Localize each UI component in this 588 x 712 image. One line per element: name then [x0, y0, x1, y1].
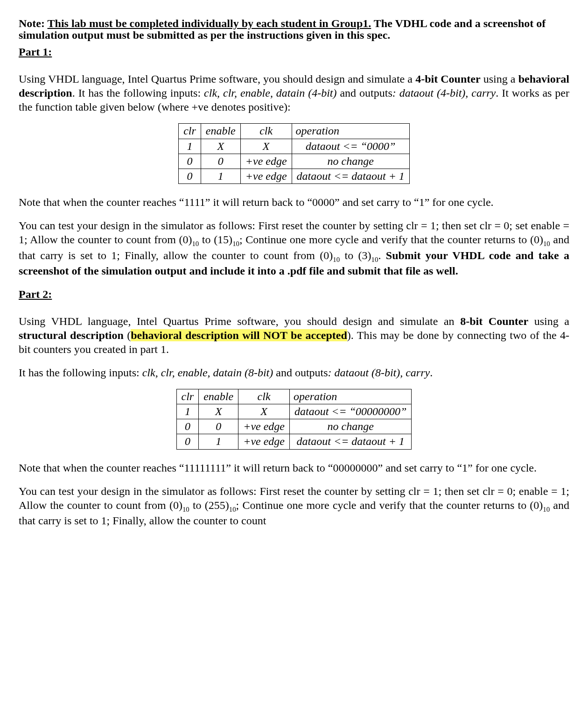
part1-intro-pre: Using VHDL language, Intel Quartus Prime…: [19, 73, 415, 85]
sub: 10: [371, 255, 378, 263]
cell: 1: [201, 169, 240, 183]
note-underlined: This lab must be completed individually …: [48, 17, 371, 29]
cell: X: [199, 404, 238, 419]
part2-heading: Part 2:: [19, 287, 569, 301]
part2-test-instructions: You can test your design in the simulato…: [19, 484, 569, 528]
p2-th-enable: enable: [199, 389, 238, 404]
cell: dataout <= dataout + 1: [290, 434, 412, 449]
part1-intro-mid2: . It has the following inputs:: [72, 87, 204, 99]
part1-intro-mid3: and outputs: [336, 87, 392, 99]
part1-heading: Part 1:: [19, 45, 569, 59]
t: 8-bit Counter: [460, 315, 528, 327]
cell: no change: [292, 154, 409, 169]
part1-intro: Using VHDL language, Intel Quartus Prime…: [19, 72, 569, 114]
part2-function-table: clr enable clk operation 1 X X dataout <…: [176, 389, 412, 450]
t: .: [378, 249, 385, 261]
cell: 1: [176, 404, 199, 419]
cell: dataout <= dataout + 1: [292, 169, 409, 183]
cell: 0: [176, 419, 199, 434]
table-row: 0 1 +ve edge dataout <= dataout + 1: [176, 434, 412, 449]
p1-th-enable: enable: [201, 124, 240, 139]
t: and outputs: [273, 367, 328, 379]
p2-th-clk: clk: [238, 389, 290, 404]
part1-intro-b1: 4-bit Counter: [415, 73, 480, 85]
table-row: 0 1 +ve edge dataout <= dataout + 1: [179, 169, 410, 183]
p2-th-op: operation: [290, 389, 412, 404]
t: It has the following inputs:: [19, 367, 142, 379]
sub: 10: [182, 505, 189, 513]
p1-th-clr: clr: [179, 124, 201, 139]
t: structural description: [19, 329, 124, 341]
sub: 10: [232, 240, 239, 247]
cell: 1: [199, 434, 238, 449]
cell: X: [240, 139, 292, 154]
cell: 1: [179, 139, 201, 154]
part1-intro-i1: clk, clr, enable, datain (4-bit): [204, 87, 336, 99]
t: .: [430, 367, 433, 379]
cell: 0: [179, 154, 201, 169]
cell: no change: [290, 419, 412, 434]
table-row: 1 X X dataout <= “0000”: [179, 139, 410, 154]
part2-highlight: behavioral description will NOT be accep…: [131, 329, 347, 341]
t: to (255): [189, 499, 229, 511]
t: to (3): [340, 249, 371, 261]
t: : dataout (8-bit), carry: [328, 367, 430, 379]
sub: 10: [192, 240, 199, 247]
part1-test-instructions: You can test your design in the simulato…: [19, 219, 569, 278]
t: to (15): [199, 233, 232, 246]
sub: 10: [229, 505, 236, 513]
t: Using VHDL language, Intel Quartus Prime…: [19, 315, 460, 327]
table-row: 0 0 +ve edge no change: [176, 419, 412, 434]
lab-note: Note: This lab must be completed individ…: [19, 18, 569, 41]
part1-intro-mid1: using a: [481, 73, 518, 85]
cell: dataout <= “00000000”: [290, 404, 412, 419]
t: using a: [528, 315, 569, 327]
part1-function-table: clr enable clk operation 1 X X dataout <…: [178, 123, 410, 184]
p1-th-clk: clk: [240, 124, 292, 139]
part2-intro: Using VHDL language, Intel Quartus Prime…: [19, 314, 569, 356]
sub: 10: [333, 255, 340, 263]
cell: dataout <= “0000”: [292, 139, 409, 154]
note-label: Note:: [19, 17, 48, 29]
t: ; Continue one more cycle and verify tha…: [239, 233, 543, 246]
cell: +ve edge: [238, 434, 290, 449]
part1-rollover-note: Note that when the counter reaches “1111…: [19, 195, 569, 209]
t: (: [124, 329, 131, 341]
cell: 0: [176, 434, 199, 449]
table-row: 1 X X dataout <= “00000000”: [176, 404, 412, 419]
t: ; Continue one more cycle and verify tha…: [236, 499, 543, 511]
cell: 0: [201, 154, 240, 169]
part2-io: It has the following inputs: clk, clr, e…: [19, 366, 569, 380]
cell: 0: [199, 419, 238, 434]
cell: +ve edge: [238, 419, 290, 434]
p1-th-op: operation: [292, 124, 409, 139]
t: clk, clr, enable, datain (8-bit): [142, 367, 273, 379]
cell: X: [201, 139, 240, 154]
p2-th-clr: clr: [176, 389, 199, 404]
sub: 10: [543, 505, 550, 513]
part2-rollover-note: Note that when the counter reaches “1111…: [19, 461, 569, 475]
cell: +ve edge: [240, 169, 292, 183]
sub: 10: [543, 240, 550, 247]
table-row: 0 0 +ve edge no change: [179, 154, 410, 169]
cell: 0: [179, 169, 201, 183]
cell: X: [238, 404, 290, 419]
part1-intro-i2: : dataout (4-bit), carry: [392, 87, 496, 99]
cell: +ve edge: [240, 154, 292, 169]
